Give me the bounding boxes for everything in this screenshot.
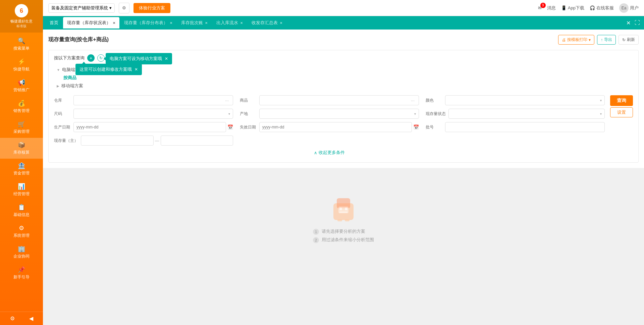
size-label: 尺码 [54,111,71,117]
warehouse-dots-icon[interactable]: ··· [224,98,230,103]
header-settings-btn[interactable]: ⚙ [119,3,129,13]
filter-goods: 商品 ··· [240,95,419,105]
tooltip-create-text: 这里可以创建和修改方案哦 [79,66,132,72]
stock-main-max[interactable] [161,136,233,146]
tab-collect-summary-close[interactable]: ✕ [280,21,282,25]
goods-select[interactable]: ··· [259,95,419,105]
expand-icon: ▼ [57,68,60,72]
origin-select[interactable]: ▾ [259,109,419,119]
user-action[interactable]: Ea 用户 [619,3,639,13]
user-label: 用户 [630,5,639,11]
tab-inout-flow[interactable]: 出入库流水 ✕ [212,17,247,29]
scheme-desktop[interactable]: ▼ 电脑端方案 [57,66,633,74]
stock-main-min[interactable] [81,136,154,146]
notification-action[interactable]: ✉ 9 消息 [538,5,556,11]
search-btn[interactable]: 查询 [610,95,633,106]
set-btn[interactable]: 设置 [610,107,633,117]
size-chevron-icon: ▾ [228,112,230,116]
chevron-down-icon: ▾ [109,5,112,10]
top-header: 装备及固定资产辅助管理系统 ▾ ⚙ 体验行业方案 ✉ 9 消息 📱 App下载 … [43,0,644,16]
filter-add-btn[interactable]: + [87,54,95,62]
sidebar-item-guide[interactable]: 📌 新手引导 [0,263,43,283]
stock-status-select[interactable]: ▾ [448,109,605,119]
collapse-btn-label: 收起更多条件 [319,150,345,156]
refresh-icon: ↻ [622,38,626,42]
tab-batch-account[interactable]: 库存批次账 ✕ [177,17,212,29]
sidebar-item-purchase[interactable]: 🛒 采购管理 [0,117,43,138]
color-label: 颜色 [426,98,442,103]
scheme-desktop-child[interactable]: 按商品 [57,74,633,82]
main-area: 装备及固定资产辅助管理系统 ▾ ⚙ 体验行业方案 ✉ 9 消息 📱 App下载 … [43,0,644,325]
goods-label: 商品 [240,98,257,103]
production-date-field: 📅 [73,122,233,132]
sidebar-collapse-btn[interactable]: ◀ [29,315,33,322]
bank-icon: 🏦 [18,162,25,169]
step-1-num: 1 [313,229,319,235]
app-download-action[interactable]: 📱 App下载 [561,5,584,11]
sidebar-item-enterprise[interactable]: 🏢 企业协同 [0,242,43,263]
sidebar-item-basic[interactable]: 📋 基础信息 [0,200,43,221]
tab-bar-actions: ✕ ⛶ [625,18,641,28]
batch-input[interactable] [445,122,605,132]
flash-icon: ⚡ [18,58,25,65]
tooltip-create-close[interactable]: ✕ [135,67,138,72]
sidebar-item-search[interactable]: 🔍 搜索菜单 [0,34,43,55]
industry-btn[interactable]: 体验行业方案 [133,3,170,13]
refresh-btn[interactable]: ↻ 刷新 [619,35,639,45]
production-calendar-icon[interactable]: 📅 [227,124,233,130]
dropdown-arrow-icon: ▾ [589,38,591,42]
range-separator: — [155,138,159,143]
sidebar-item-finance[interactable]: 🏦 资金管理 [0,159,43,179]
sidebar-settings-btn[interactable]: ⚙ [10,315,15,322]
refresh-label: 刷新 [627,37,635,43]
tab-collect-summary[interactable]: 收发存汇总表 ✕ [248,17,286,29]
expiry-date-input[interactable] [259,122,412,132]
expiry-date-field: 📅 [259,122,419,132]
system-title-select[interactable]: 装备及固定资产辅助管理系统 ▾ [48,3,115,13]
page-title-row: 现存量查询(按仓库+商品) 🖨 按模板打印 ▾ ↑ 导出 ↻ 刷新 [48,35,639,45]
sidebar-item-sales[interactable]: 💰 销售管理 [0,96,43,117]
expiry-calendar-icon[interactable]: 📅 [413,124,419,130]
filter-grid: 仓库 ··· 商品 ··· [54,95,605,146]
sidebar-item-system[interactable]: ⚙ 系统管理 [0,221,43,242]
warehouse-select[interactable]: ··· [73,95,233,105]
tab-inout-flow-close[interactable]: ✕ [240,21,243,25]
cart-icon: 🛒 [18,120,25,128]
warehouse-label: 仓库 [54,98,71,103]
sidebar-item-marketing[interactable]: 📢 营销推广 [0,75,43,96]
tab-inventory-status[interactable]: 现存量（库存状况表） ✕ [63,17,119,29]
tab-batch-account-close[interactable]: ✕ [205,21,208,25]
sidebar-item-operation[interactable]: 📊 经营管理 [0,179,43,200]
sidebar-item-quick-nav[interactable]: ⚡ 快捷导航 [0,55,43,75]
color-select[interactable]: ▾ [445,95,605,105]
production-date-input[interactable] [73,122,226,132]
empty-illustration [327,195,360,222]
origin-label: 产地 [240,111,257,117]
tab-inventory-status-close[interactable]: ✕ [113,21,115,25]
production-date-label: 生产日期 [54,124,71,130]
scheme-mobile[interactable]: ▶ 移动端方案 [57,82,633,90]
system-title-text: 装备及固定资产辅助管理系统 [51,5,108,11]
stock-status-label: 现存量状态 [426,111,446,117]
tooltip-scheme-close[interactable]: ✕ [165,56,168,61]
sidebar-footer: ⚙ ◀ [0,312,43,325]
empty-icon [327,195,360,222]
tab-inventory-dist-close[interactable]: ✕ [170,21,172,25]
online-service-action[interactable]: 🎧 在线客服 [590,5,614,11]
print-icon: 🖨 [562,38,566,42]
tab-close-all-btn[interactable]: ✕ [625,18,632,28]
box-icon: 📦 [18,141,25,149]
export-btn[interactable]: ↑ 导出 [597,35,616,45]
sidebar-item-inventory[interactable]: 📦 库存核算 [0,138,43,159]
tab-home[interactable]: 首页 [46,17,62,29]
tab-fullscreen-btn[interactable]: ⛶ [633,18,641,27]
megaphone-icon: 📢 [18,79,25,86]
goods-dots-icon[interactable]: ··· [410,98,416,103]
size-select[interactable]: ▾ [73,109,233,119]
collapse-btn[interactable]: ∧ 收起更多条件 [54,147,605,158]
tab-inventory-dist[interactable]: 现存量（库存分布表） ✕ [120,17,176,29]
origin-chevron-icon: ▾ [414,112,416,116]
template-print-btn[interactable]: 🖨 按模板打印 ▾ [558,35,594,45]
header-left: 装备及固定资产辅助管理系统 ▾ ⚙ 体验行业方案 [48,3,170,13]
logo-badge: 标准版 [16,24,26,29]
